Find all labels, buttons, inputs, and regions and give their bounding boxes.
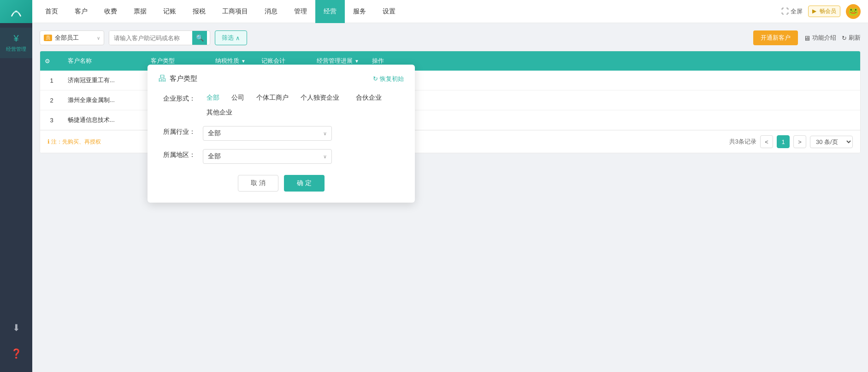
- nav-item-fee[interactable]: 收费: [96, 0, 125, 23]
- operation-mgmt-label: 经营管理: [6, 46, 26, 53]
- page-size-select[interactable]: 30 条/页 50 条/页 100 条/页: [810, 136, 853, 148]
- refresh-icon: ↻: [842, 35, 847, 42]
- td-index-1: 1: [40, 71, 63, 90]
- enterprise-option-all[interactable]: 全部: [203, 93, 223, 103]
- nav-item-client[interactable]: 客户: [66, 0, 96, 23]
- refresh-button[interactable]: ↻ 刷新: [842, 34, 861, 42]
- nav-right: ⛶ 全屏 ▶ 畅会员 🐸: [781, 4, 868, 19]
- td-name-1: 济南冠亚重工有...: [63, 71, 146, 90]
- refresh-label: 刷新: [849, 34, 861, 42]
- industry-select[interactable]: 全部 ∨: [203, 126, 332, 141]
- td-name-3: 畅捷通信息技术...: [63, 110, 146, 130]
- form-row-industry: 所属行业： 全部 ∨: [159, 126, 404, 141]
- toolbar: 员 全部员工 ∨ 🔍 筛选 ∧ 开通新客户 🖥 功能介绍 ↻ 刷新: [40, 30, 861, 45]
- employee-dropdown-arrow: ∨: [97, 36, 100, 41]
- note-text: 注：先购买、再授权: [51, 138, 101, 145]
- enterprise-option-individual[interactable]: 个体工商户: [253, 93, 292, 103]
- td-name-2: 滁州全康金属制...: [63, 90, 146, 110]
- prev-page-btn[interactable]: <: [760, 135, 773, 148]
- vip-label: 畅会员: [820, 8, 836, 14]
- filter-button[interactable]: 筛选 ∧: [215, 30, 247, 45]
- reset-icon: ↻: [373, 75, 378, 82]
- nav-item-business[interactable]: 工商项目: [214, 0, 256, 23]
- industry-content: 全部 ∨: [203, 126, 404, 141]
- region-dropdown-arrow: ∨: [323, 154, 327, 160]
- sidebar-download-btn[interactable]: ⬇: [0, 318, 32, 337]
- search-input[interactable]: [109, 31, 192, 45]
- sidebar-bottom: ⬇ ❓: [0, 318, 32, 372]
- total-records: 共3条记录: [729, 138, 756, 146]
- pagination: 共3条记录 < 1 > 30 条/页 50 条/页 100 条/页: [729, 135, 853, 148]
- avatar-emoji: 🐸: [848, 6, 858, 17]
- note-icon: ℹ: [47, 138, 50, 145]
- row-name-1: 济南冠亚重工有...: [68, 76, 115, 84]
- filter-arrow-icon: ∧: [236, 35, 240, 42]
- func-intro-label: 功能介绍: [812, 34, 836, 42]
- th-accountant-label: 记账会计: [261, 57, 285, 65]
- nav-item-operation[interactable]: 经营: [315, 0, 345, 23]
- help-icon: ❓: [11, 348, 22, 359]
- td-index-3: 3: [40, 110, 63, 130]
- enterprise-options: 全部 公司 个体工商户 个人独资企业 合伙企业 其他企业: [203, 93, 404, 118]
- nav-item-message[interactable]: 消息: [256, 0, 286, 23]
- reset-button[interactable]: ↻ 恢复初始: [373, 75, 404, 83]
- search-button[interactable]: 🔍: [192, 30, 207, 45]
- row-name-3: 畅捷通信息技术...: [68, 116, 115, 124]
- vip-btn[interactable]: ▶ 畅会员: [808, 6, 840, 17]
- progress-filter-icon[interactable]: ▼: [354, 59, 359, 64]
- quality-filter-icon[interactable]: ▼: [241, 59, 246, 64]
- th-action-label: 操作: [372, 57, 384, 65]
- footer-note: ℹ 注：先购买、再授权: [47, 138, 101, 146]
- func-intro-button[interactable]: 🖥 功能介绍: [803, 34, 836, 42]
- operation-mgmt-icon: ¥: [13, 33, 18, 44]
- fullscreen-label: 全屏: [791, 7, 803, 16]
- form-row-region: 所属地区： 全部 ∨: [159, 149, 404, 164]
- next-page-btn[interactable]: >: [793, 135, 806, 148]
- nav-items: 首页 客户 收费 票据 记账 报税 工商项目 消息 管理 经营 服务 设置: [32, 0, 781, 23]
- top-nav: 首页 客户 收费 票据 记账 报税 工商项目 消息 管理 经营 服务 设置 ⛶ …: [0, 0, 868, 23]
- logo-area: [0, 0, 32, 23]
- th-settings[interactable]: ⚙: [40, 51, 63, 71]
- nav-item-service[interactable]: 服务: [345, 0, 374, 23]
- region-select[interactable]: 全部 ∨: [203, 149, 332, 164]
- nav-item-account[interactable]: 记账: [155, 0, 184, 23]
- popup-header: 品 客户类型 ↻ 恢复初始: [159, 74, 404, 84]
- page-1-btn[interactable]: 1: [777, 135, 790, 148]
- play-icon: ▶: [812, 8, 816, 14]
- sidebar-help-btn[interactable]: ❓: [0, 344, 32, 363]
- cancel-button[interactable]: 取 消: [238, 175, 278, 192]
- nav-item-tax[interactable]: 报税: [184, 0, 214, 23]
- region-content: 全部 ∨: [203, 149, 404, 164]
- confirm-button[interactable]: 确 定: [284, 175, 325, 192]
- avatar[interactable]: 🐸: [846, 4, 861, 19]
- popup-title-icon: 品: [159, 74, 166, 84]
- popup-footer: 取 消 确 定: [159, 175, 404, 192]
- form-row-enterprise: 企业形式： 全部 公司 个体工商户 个人独资企业 合伙企业 其他企业: [159, 93, 404, 118]
- employee-select[interactable]: 员 全部员工 ∨: [40, 30, 104, 45]
- popup-title: 品 客户类型: [159, 74, 197, 84]
- logo-icon: [9, 4, 24, 19]
- enterprise-option-partnership[interactable]: 合伙企业: [352, 93, 385, 103]
- region-label: 所属地区：: [159, 149, 195, 159]
- fullscreen-icon: ⛶: [781, 7, 789, 16]
- nav-item-settings[interactable]: 设置: [374, 0, 404, 23]
- nav-item-ticket[interactable]: 票据: [125, 0, 155, 23]
- toolbar-right: 开通新客户 🖥 功能介绍 ↻ 刷新: [753, 30, 861, 45]
- fullscreen-btn[interactable]: ⛶ 全屏: [781, 7, 803, 16]
- row-index-3: 3: [50, 117, 53, 124]
- row-index-1: 1: [50, 77, 53, 84]
- search-box: 🔍: [109, 30, 210, 45]
- settings-icon[interactable]: ⚙: [45, 58, 50, 65]
- th-quality-label: 纳税性质: [215, 57, 239, 65]
- th-name: 客户名称: [63, 51, 146, 71]
- row-name-2: 滁州全康金属制...: [68, 96, 115, 104]
- enterprise-option-other[interactable]: 其他企业: [203, 108, 236, 118]
- nav-item-manage[interactable]: 管理: [286, 0, 315, 23]
- enterprise-option-company[interactable]: 公司: [228, 93, 248, 103]
- sidebar-item-operation-mgmt[interactable]: ¥ 经营管理: [0, 28, 32, 58]
- open-new-customer-button[interactable]: 开通新客户: [753, 30, 798, 45]
- enterprise-option-sole[interactable]: 个人独资企业: [297, 93, 343, 103]
- row-index-2: 2: [50, 97, 53, 104]
- region-value: 全部: [208, 152, 221, 161]
- nav-item-home[interactable]: 首页: [37, 0, 66, 23]
